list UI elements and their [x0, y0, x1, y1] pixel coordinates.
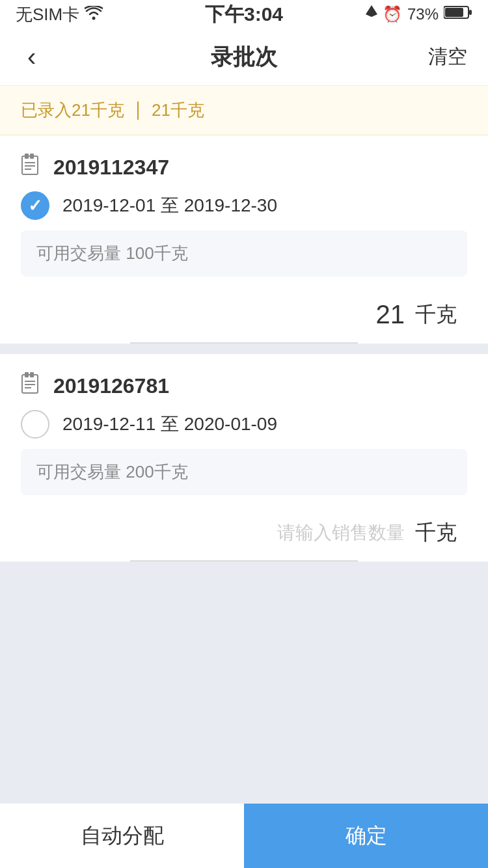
svg-rect-2 [445, 8, 463, 17]
svg-rect-3 [469, 10, 472, 15]
back-button[interactable]: ‹ [21, 36, 42, 78]
status-time: 下午3:04 [205, 1, 283, 28]
batch-2-icon [21, 372, 43, 400]
status-right: ⏰ 73% [366, 5, 472, 23]
batch-2-trade-volume: 可用交易量 200千克 [21, 449, 467, 495]
batch-2-date-row[interactable]: 2019-12-11 至 2020-01-09 [0, 400, 488, 449]
svg-rect-12 [30, 372, 34, 377]
batch-2-checkbox[interactable] [21, 410, 49, 439]
svg-point-0 [92, 16, 96, 20]
batch-1-amount-value[interactable]: 21 [376, 300, 405, 329]
location-icon [366, 5, 377, 23]
recorded-label: 已录入21千克 [21, 99, 124, 122]
banner-divider [137, 102, 139, 120]
battery-text: 73% [407, 5, 439, 23]
bottom-bar: 自动分配 确定 [0, 803, 488, 868]
carrier-text: 无SIM卡 [16, 3, 79, 26]
auto-distribute-button[interactable]: 自动分配 [0, 804, 244, 868]
wifi-icon [85, 5, 103, 25]
batch-2-date: 2019-12-11 至 2020-01-09 [62, 412, 277, 437]
status-bar: 无SIM卡 下午3:04 ⏰ 73% [0, 0, 488, 29]
batch-2-input-unit: 千克 [415, 519, 457, 547]
battery-icon [444, 5, 472, 23]
alarm-icon: ⏰ [383, 5, 402, 23]
batch-1-date: 2019-12-01 至 2019-12-30 [62, 193, 277, 218]
batch-1-trade-volume: 可用交易量 100千克 [21, 230, 467, 277]
nav-bar: ‹ 录批次 清空 [0, 29, 488, 86]
batch-1-amount-row: 21 千克 [0, 287, 488, 342]
batch-1-checkbox[interactable] [21, 191, 49, 220]
batch-2-header: 2019126781 [0, 354, 488, 400]
section-divider [0, 344, 488, 354]
clear-button[interactable]: 清空 [428, 44, 467, 70]
batch-1-header: 2019112347 [0, 135, 488, 181]
batch-1-icon [21, 154, 43, 181]
batch-card-1: 2019112347 2019-12-01 至 2019-12-30 可用交易量… [0, 135, 488, 344]
page-title: 录批次 [211, 42, 277, 72]
confirm-button[interactable]: 确定 [244, 804, 488, 868]
svg-rect-5 [25, 154, 29, 159]
svg-rect-11 [25, 372, 29, 377]
empty-content-area [0, 562, 488, 809]
batch-card-2: 2019126781 2019-12-11 至 2020-01-09 可用交易量… [0, 354, 488, 562]
info-banner: 已录入21千克 21千克 [0, 86, 488, 135]
svg-rect-6 [30, 154, 34, 159]
batch-2-id: 2019126781 [53, 374, 169, 398]
batch-1-amount-unit: 千克 [415, 301, 457, 329]
status-left: 无SIM卡 [16, 3, 103, 26]
recorded-value: 21千克 [152, 99, 204, 122]
batch-1-date-row[interactable]: 2019-12-01 至 2019-12-30 [0, 181, 488, 230]
batch-2-input-placeholder[interactable]: 请输入销售数量 [277, 521, 405, 545]
batch-1-id: 2019112347 [53, 156, 169, 180]
batch-2-amount-row[interactable]: 请输入销售数量 千克 [0, 506, 488, 560]
